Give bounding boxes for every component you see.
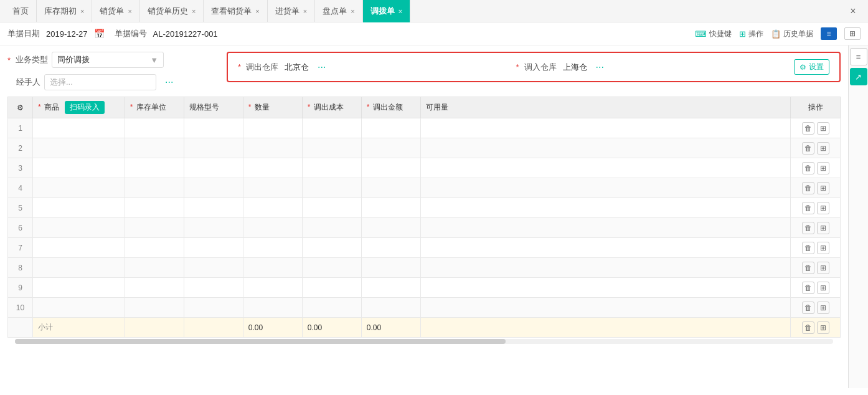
copy-row-button[interactable]: ⊞ xyxy=(817,182,829,194)
window-close-button[interactable]: × xyxy=(843,1,863,21)
cell-cost[interactable] xyxy=(302,138,361,158)
cell-available[interactable] xyxy=(420,218,790,238)
cell-available[interactable] xyxy=(420,258,790,278)
business-type-select[interactable]: 同价调拨 ▼ xyxy=(52,52,164,68)
tab-close-transfer-order[interactable]: × xyxy=(399,7,402,15)
cell-available[interactable] xyxy=(420,278,790,298)
cell-available[interactable] xyxy=(420,118,790,138)
copy-row-button[interactable]: ⊞ xyxy=(817,222,829,234)
delete-row-button[interactable]: 🗑 xyxy=(802,142,814,155)
cell-product[interactable] xyxy=(33,278,125,298)
copy-row-button[interactable]: ⊞ xyxy=(817,142,829,155)
delete-row-button[interactable]: 🗑 xyxy=(802,122,814,135)
delete-row-button[interactable]: 🗑 xyxy=(802,182,814,194)
delete-row-button[interactable]: 🗑 xyxy=(802,242,814,254)
cell-available[interactable] xyxy=(420,178,790,198)
cell-amount[interactable] xyxy=(361,138,420,158)
tab-home[interactable]: 首页 xyxy=(5,0,37,22)
settings-button[interactable]: ⚙ 设置 xyxy=(794,59,829,75)
cell-qty[interactable] xyxy=(243,218,302,238)
handler-select[interactable]: 选择... xyxy=(44,74,156,90)
tab-sales-history[interactable]: 销货单历史 × xyxy=(140,0,204,22)
delete-row-button[interactable]: 🗑 xyxy=(802,302,814,314)
cell-product[interactable] xyxy=(33,138,125,158)
cell-product[interactable] xyxy=(33,298,125,318)
cell-product[interactable] xyxy=(33,238,125,258)
horizontal-scrollbar[interactable] xyxy=(15,339,833,344)
tab-close-sales-history[interactable]: × xyxy=(192,7,196,15)
cell-spec[interactable] xyxy=(184,138,243,158)
tab-close-view-sales[interactable]: × xyxy=(255,7,259,15)
copy-row-button[interactable]: ⊞ xyxy=(817,282,829,294)
cell-spec[interactable] xyxy=(184,298,243,318)
cell-available[interactable] xyxy=(420,238,790,258)
delete-row-button[interactable]: 🗑 xyxy=(802,262,814,274)
operation-button[interactable]: ⊞ 操作 xyxy=(739,29,763,39)
cell-amount[interactable] xyxy=(361,158,420,178)
cell-amount[interactable] xyxy=(361,218,420,238)
cell-available[interactable] xyxy=(420,298,790,318)
copy-row-button[interactable]: ⊞ xyxy=(817,122,829,135)
cell-spec[interactable] xyxy=(184,318,243,338)
scrollbar-thumb[interactable] xyxy=(15,339,506,344)
cell-spec[interactable] xyxy=(184,258,243,278)
cell-cost[interactable] xyxy=(302,218,361,238)
cell-spec[interactable] xyxy=(184,238,243,258)
shortcut-button[interactable]: ⌨ 快捷键 xyxy=(695,29,732,39)
cell-qty[interactable] xyxy=(243,118,302,138)
cell-amount[interactable] xyxy=(361,258,420,278)
copy-row-button[interactable]: ⊞ xyxy=(817,262,829,274)
cell-unit[interactable] xyxy=(125,258,184,278)
cell-cost[interactable] xyxy=(302,278,361,298)
delete-row-button[interactable]: 🗑 xyxy=(802,202,814,214)
history-button[interactable]: 📋 历史单据 xyxy=(771,29,813,39)
cell-available[interactable] xyxy=(420,318,790,338)
tab-close-purchase-order[interactable]: × xyxy=(303,7,307,15)
cell-spec[interactable] xyxy=(184,278,243,298)
tab-close-inventory-check[interactable]: × xyxy=(351,7,354,15)
cell-qty[interactable] xyxy=(243,158,302,178)
cell-unit[interactable] xyxy=(125,138,184,158)
tab-sales-order[interactable]: 销货单 × xyxy=(92,0,139,22)
cell-unit[interactable] xyxy=(125,298,184,318)
copy-row-button[interactable]: ⊞ xyxy=(817,302,829,314)
cell-qty[interactable] xyxy=(243,178,302,198)
cell-cost[interactable] xyxy=(302,198,361,218)
out-warehouse-more-button[interactable]: ··· xyxy=(318,62,326,73)
tab-close-inventory-init[interactable]: × xyxy=(80,7,84,15)
cell-cost[interactable] xyxy=(302,298,361,318)
cell-available[interactable] xyxy=(420,158,790,178)
cell-spec[interactable] xyxy=(184,198,243,218)
cell-unit[interactable] xyxy=(125,178,184,198)
cell-qty[interactable] xyxy=(243,258,302,278)
calendar-icon[interactable]: 📅 xyxy=(94,29,105,39)
layout-list-button[interactable]: ≡ xyxy=(821,27,837,40)
cell-unit[interactable] xyxy=(125,118,184,138)
tab-inventory-init[interactable]: 库存期初 × xyxy=(37,0,92,22)
cell-unit[interactable] xyxy=(125,318,184,338)
cell-qty[interactable]: 0.00 xyxy=(243,318,302,338)
cell-product[interactable] xyxy=(33,118,125,138)
cell-cost[interactable] xyxy=(302,178,361,198)
copy-row-button[interactable]: ⊞ xyxy=(817,321,829,334)
tab-transfer-order[interactable]: 调拨单 × xyxy=(363,0,410,22)
sidebar-export-button[interactable]: ↗ xyxy=(850,68,867,85)
cell-qty[interactable] xyxy=(243,298,302,318)
tab-view-sales[interactable]: 查看销货单 × xyxy=(204,0,267,22)
delete-row-button[interactable]: 🗑 xyxy=(802,162,814,174)
cell-amount[interactable]: 0.00 xyxy=(361,318,420,338)
cell-qty[interactable] xyxy=(243,278,302,298)
cell-product[interactable] xyxy=(33,158,125,178)
handler-more-button[interactable]: ··· xyxy=(165,77,173,88)
layout-grid-button[interactable]: ⊞ xyxy=(844,27,861,40)
cell-amount[interactable] xyxy=(361,238,420,258)
copy-row-button[interactable]: ⊞ xyxy=(817,162,829,174)
tab-close-sales-order[interactable]: × xyxy=(128,7,131,15)
cell-amount[interactable] xyxy=(361,298,420,318)
cell-available[interactable] xyxy=(420,198,790,218)
cell-cost[interactable] xyxy=(302,118,361,138)
tab-purchase-order[interactable]: 进货单 × xyxy=(268,0,315,22)
cell-unit[interactable] xyxy=(125,218,184,238)
cell-cost[interactable] xyxy=(302,238,361,258)
delete-row-button[interactable]: 🗑 xyxy=(802,282,814,294)
